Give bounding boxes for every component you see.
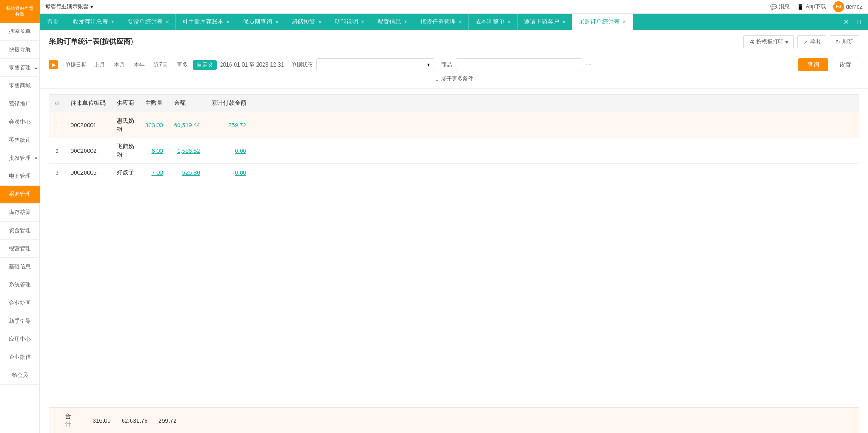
sidebar-item-wecom[interactable]: 企业微信 [0,348,40,366]
company-name: 母婴行业演示账套 [45,3,89,10]
row-amount[interactable]: 1,586.52 [169,138,206,164]
status-select[interactable]: ▾ [316,58,434,71]
tab-close-icon[interactable]: ✕ [111,19,114,24]
company-selector[interactable]: 母婴行业演示账套 ▾ [45,3,93,10]
sidebar-item-basic-info[interactable]: 基础信息 [0,258,40,276]
col-paid: 累计付款金额 [206,95,252,112]
sidebar: 畅捷通好生意标题 搜索菜单 快捷导航 零售管理 零售商城 营销推广 会员中心 零… [0,0,40,433]
sidebar-item-search[interactable]: 搜索菜单 [0,23,40,41]
sidebar-item-quicknav[interactable]: 快捷导航 [0,41,40,59]
sidebar-item-finance[interactable]: 资金管理 [0,222,40,240]
topbar: 母婴行业演示账套 ▾ 💬 消息 📱 App下载 Ea demo2 [40,0,868,14]
sidebar-item-marketing[interactable]: 营销推广 [0,95,40,113]
tab-close-icon[interactable]: ✕ [275,19,278,24]
row-qty[interactable]: 303.00 [140,112,169,138]
sidebar-item-member[interactable]: 会员中心 [0,113,40,131]
tab-cost-adjust[interactable]: 成本调整单 ✕ [469,14,518,30]
date-filter-label: 单据日期 [65,61,87,69]
sidebar-item-wholesale[interactable]: 批发管理 [0,149,40,167]
goods-filter-input[interactable] [456,58,582,71]
tab-close-icon[interactable]: ✕ [404,19,407,24]
sidebar-item-ecommerce[interactable]: 电商管理 [0,167,40,186]
row-qty[interactable]: 7.00 [140,164,169,181]
filter-area: ▶ 单据日期 上月 本月 本年 近7天 更多 自定义 2016-01-01 至 … [40,52,868,89]
sidebar-item-retail-mall[interactable]: 零售商城 [0,77,40,95]
page-title: 采购订单统计表(按供应商) [49,37,133,47]
data-table: ⚙ 往来单位编码 供应商 主数量 金额 累计付款金额 1 [49,94,859,181]
footer-label: 合计 [60,408,76,433]
sidebar-item-enterprise[interactable]: 企业协同 [0,294,40,312]
tab-order-stats[interactable]: 要货单统计表 ✕ [121,14,176,30]
sidebar-item-operations[interactable]: 经营管理 [0,240,40,258]
row-supplier: 惠氏奶粉 [111,112,140,138]
tab-expiry-query[interactable]: 保质期查询 ✕ [236,14,285,30]
row-paid[interactable]: 0.00 [206,164,252,181]
tabbar-actions: ✕ ⊡ [841,16,868,27]
col-code: 往来单位编码 [65,95,111,112]
status-filter-label: 单据状态 [291,61,313,69]
row-qty[interactable]: 6.00 [140,138,169,164]
tab-overstock-warning[interactable]: 超储预警 ✕ [285,14,328,30]
tab-home[interactable]: 首页 [40,14,66,30]
tab-close-active-icon[interactable]: ✕ [623,19,626,24]
row-code: 00020002 [65,138,111,164]
print-btn[interactable]: 🖨 按模板打印 ▾ [743,35,794,48]
sidebar-item-retail-stats[interactable]: 零售统计 [0,131,40,149]
row-amount[interactable]: 60,519.44 [169,112,206,138]
tab-invite-downstream[interactable]: 邀请下游客户 ✕ [518,14,572,30]
sidebar-item-inventory[interactable]: 库存核算 [0,204,40,222]
app-download-btn[interactable]: 📱 App下载 [797,3,826,10]
sidebar-item-system[interactable]: 系统管理 [0,276,40,294]
date-btn-last-month[interactable]: 上月 [90,60,108,70]
date-btn-this-month[interactable]: 本月 [110,60,128,70]
more-options-dots[interactable]: ··· [586,61,592,69]
tab-maximize-btn[interactable]: ⊡ [854,16,864,27]
tab-close-icon[interactable]: ✕ [361,19,364,24]
message-btn[interactable]: 💬 消息 [770,3,790,10]
page-inner: 采购订单统计表(按供应商) 🖨 按模板打印 ▾ ↗ 导出 ↻ 刷新 [40,30,868,433]
sidebar-item-member2[interactable]: 畅会员 [0,366,40,385]
query-button[interactable]: 查询 [798,58,828,71]
tab-close-icon[interactable]: ✕ [226,19,230,24]
sidebar-item-purchase[interactable]: 采购管理 [0,186,40,204]
tab-purchase-order-stats[interactable]: 采购订单统计表 ✕ [572,14,633,30]
logo-text: 畅捷通好生意标题 [6,6,33,17]
row-paid[interactable]: 0.00 [206,138,252,164]
sidebar-item-guide[interactable]: 新手引导 [0,312,40,330]
row-code: 00020005 [65,164,111,181]
row-paid[interactable]: 259.72 [206,112,252,138]
tab-picking-task[interactable]: 拣货任务管理 ✕ [414,14,469,30]
tab-close-icon[interactable]: ✕ [458,19,462,24]
tab-close-icon[interactable]: ✕ [507,19,511,24]
sidebar-item-retail-mgmt[interactable]: 零售管理 [0,59,40,77]
tab-available-inventory[interactable]: 可用量库存账本 ✕ [176,14,236,30]
tab-close-icon[interactable]: ✕ [562,19,566,24]
tab-close-icon[interactable]: ✕ [318,19,321,24]
expand-more-btn[interactable]: ⌄ 展开更多条件 [434,75,473,83]
topbar-right: 💬 消息 📱 App下载 Ea demo2 [770,1,863,12]
tab-collection-summary[interactable]: 收发存汇总表 ✕ [66,14,121,30]
tab-function-desc[interactable]: 功能说明 ✕ [328,14,371,30]
date-btn-more[interactable]: 更多 [173,60,191,70]
row-amount[interactable]: 525.80 [169,164,206,181]
tab-close-window-btn[interactable]: ✕ [841,16,852,27]
chevron-down-icon: ▾ [427,62,430,68]
filter-toggle-btn[interactable]: ▶ [49,60,58,69]
date-btn-this-year[interactable]: 本年 [130,60,148,70]
gear-icon[interactable]: ⚙ [54,100,60,107]
row-no: 2 [49,138,65,164]
refresh-btn[interactable]: ↻ 刷新 [830,35,859,48]
date-custom-badge[interactable]: 自定义 [193,60,217,70]
user-profile[interactable]: Ea demo2 [833,1,863,12]
sidebar-item-appcenter[interactable]: 应用中心 [0,330,40,348]
tab-config-info[interactable]: 配置信息 ✕ [371,14,414,30]
expand-more-row: ⌄ 展开更多条件 [49,75,859,83]
row-code: 00020001 [65,112,111,138]
message-icon: 💬 [770,4,777,10]
col-gear[interactable]: ⚙ [49,95,65,112]
date-filter-group: 单据日期 上月 本月 本年 近7天 更多 自定义 2016-01-01 至 20… [65,60,284,70]
export-btn[interactable]: ↗ 导出 [797,35,826,48]
date-btn-7days[interactable]: 近7天 [150,60,171,70]
settings-button[interactable]: 设置 [832,58,859,71]
tab-close-icon[interactable]: ✕ [165,19,169,24]
